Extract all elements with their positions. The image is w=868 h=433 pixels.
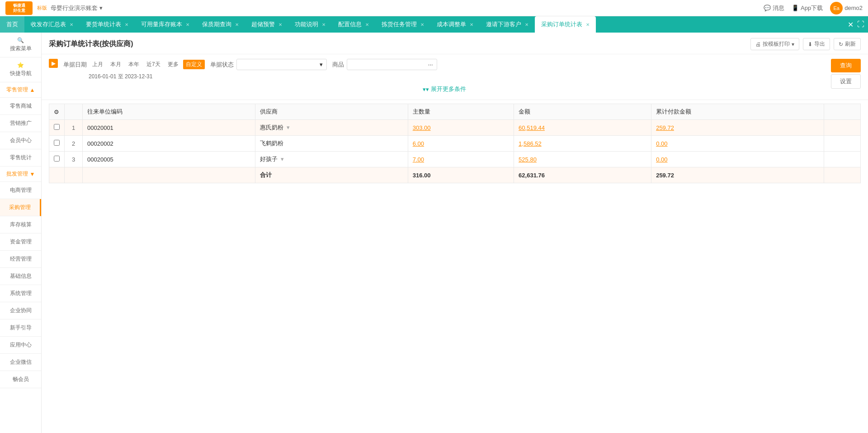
th-settings[interactable]: ⚙ [49, 104, 65, 120]
app-download-btn[interactable]: 📱 App下载 [792, 4, 823, 12]
sidebar-shortcut[interactable]: ⭐ 快捷导航 [0, 57, 41, 82]
sidebar-wholesale-mgmt[interactable]: 批发管理 ▼ [0, 167, 41, 182]
setting-btn[interactable]: 设置 [831, 74, 861, 89]
sidebar-search[interactable]: 🔍 搜索菜单 [0, 33, 41, 57]
user-avatar-btn[interactable]: Ea demo2 [830, 2, 863, 14]
tab-receive-send-close[interactable]: ✕ [70, 22, 73, 27]
sidebar-member-center[interactable]: 会员中心 [0, 132, 41, 149]
tab-picking-task-label: 拣货任务管理 [382, 20, 417, 29]
tab-available-stock[interactable]: 可用量库存账本 ✕ [135, 16, 196, 33]
sidebar-operations-mgmt[interactable]: 经营管理 [0, 251, 41, 268]
footer-main-qty: 316.00 [408, 167, 514, 183]
row2-checkbox-input[interactable] [54, 140, 60, 146]
tab-home[interactable]: 首页 [0, 16, 24, 33]
tab-config-info[interactable]: 配置信息 ✕ [332, 16, 375, 33]
tab-available-stock-close[interactable]: ✕ [186, 22, 189, 27]
row3-checkbox-input[interactable] [54, 156, 60, 162]
row2-checkbox[interactable] [49, 136, 65, 152]
row1-expand-icon[interactable]: ▾ [287, 124, 290, 131]
row1-checkbox[interactable] [49, 120, 65, 136]
tab-overstock-warning-close[interactable]: ✕ [278, 22, 282, 27]
shortcut-more[interactable]: 更多 [165, 60, 181, 69]
sidebar-enterprise-collab[interactable]: 企业协同 [0, 302, 41, 319]
tab-picking-task[interactable]: 拣货任务管理 ✕ [375, 16, 430, 33]
tab-expiry-query-close[interactable]: ✕ [235, 22, 239, 27]
shortcut-this-month[interactable]: 本月 [108, 60, 124, 69]
sidebar: 🔍 搜索菜单 ⭐ 快捷导航 零售管理 ▲ 零售商城 营销推广 会员中心 零售统计… [0, 33, 42, 433]
sidebar-marketing-label: 营销推广 [10, 119, 32, 127]
row3-main-qty: 7.00 [408, 152, 514, 167]
data-table: ⚙ 往来单位编码 供应商 主数量 金额 累计付款金额 [49, 104, 861, 183]
workspace-name: 母婴行业演示账套 [51, 4, 98, 12]
tab-maximize-btn[interactable]: ⛶ [857, 20, 864, 29]
refresh-btn[interactable]: ↻ 刷新 [834, 38, 861, 50]
sidebar-retail-store[interactable]: 零售商城 [0, 98, 41, 115]
main-content: 采购订单统计表(按供应商) 🖨 按模板打印 ▾ ⬇ 导出 ↻ 刷新 [42, 33, 868, 433]
tab-overstock-warning-label: 超储预警 [251, 20, 275, 29]
sidebar-ecommerce-mgmt[interactable]: 电商管理 [0, 182, 41, 199]
sidebar-app-center[interactable]: 应用中心 [0, 337, 41, 354]
row1-checkbox-input[interactable] [54, 124, 60, 130]
shortcut-this-year[interactable]: 本年 [126, 60, 142, 69]
sidebar-system-mgmt[interactable]: 系统管理 [0, 285, 41, 302]
tab-expiry-query[interactable]: 保质期查询 ✕ [196, 16, 245, 33]
shortcut-last-month[interactable]: 上月 [90, 60, 106, 69]
tab-purchase-stats[interactable]: 采购订单统计表 ✕ [535, 16, 596, 33]
expand-more-btn[interactable]: ▾▾ 展开更多条件 [63, 83, 826, 95]
sidebar-search-label: 搜索菜单 [10, 45, 32, 52]
sidebar-finance-mgmt[interactable]: 资金管理 [0, 233, 41, 251]
sidebar-member[interactable]: 畅会员 [0, 371, 41, 388]
sidebar-stock-check[interactable]: 库存核算 [0, 216, 41, 233]
page-title: 采购订单统计表(按供应商) [49, 39, 133, 49]
shortcut-custom[interactable]: 自定义 [183, 60, 205, 69]
sidebar-stock-check-label: 库存核算 [10, 221, 32, 228]
row3-seq: 3 [65, 152, 83, 167]
tab-home-label: 首页 [6, 20, 18, 29]
workspace-selector[interactable]: 母婴行业演示账套 ▾ [51, 4, 103, 12]
sidebar-purchase-mgmt[interactable]: 采购管理 [0, 199, 41, 216]
sidebar-enterprise-wechat[interactable]: 企业微信 [0, 354, 41, 371]
sidebar-retail-mgmt[interactable]: 零售管理 ▲ [0, 82, 41, 98]
tab-overstock-warning[interactable]: 超储预警 ✕ [245, 16, 288, 33]
row2-supplier-code: 00020002 [83, 136, 255, 152]
tab-picking-task-close[interactable]: ✕ [420, 22, 424, 27]
table-row: 1 00020001 惠氏奶粉 ▾ 303.00 60,519.44 259.7… [49, 120, 861, 136]
shortcut-7days[interactable]: 近7天 [144, 60, 163, 69]
query-btn[interactable]: 查询 [831, 59, 861, 72]
tab-invite-downstream-close[interactable]: ✕ [525, 22, 528, 27]
tab-goods-stats[interactable]: 要货单统计表 ✕ [80, 16, 135, 33]
sidebar-new-guide[interactable]: 新手引导 [0, 319, 41, 337]
tab-goods-stats-close[interactable]: ✕ [125, 22, 128, 27]
filter-toggle-btn[interactable]: ▶ [49, 59, 58, 68]
tab-cost-adjust-close[interactable]: ✕ [470, 22, 473, 27]
row3-supplier-name: 好孩子 ▾ [255, 152, 408, 167]
sidebar-shortcut-label: 快捷导航 [10, 70, 32, 77]
print-btn[interactable]: 🖨 按模板打印 ▾ [750, 38, 799, 50]
row3-empty [824, 152, 860, 167]
filter-goods-select[interactable]: ··· [347, 59, 437, 70]
tab-close-all-btn[interactable]: ✕ [848, 20, 854, 29]
tab-purchase-stats-close[interactable]: ✕ [586, 22, 590, 27]
footer-empty [824, 167, 860, 183]
message-btn[interactable]: 💬 消息 [764, 4, 784, 12]
tab-cost-adjust[interactable]: 成本调整单 ✕ [430, 16, 480, 33]
tab-function-desc-close[interactable]: ✕ [322, 22, 326, 27]
sidebar-marketing[interactable]: 营销推广 [0, 115, 41, 132]
row3-expand-icon[interactable]: ▾ [281, 156, 284, 162]
filter-status-arrow: ▾ [320, 61, 323, 68]
sidebar-basic-info[interactable]: 基础信息 [0, 268, 41, 285]
layout: 🔍 搜索菜单 ⭐ 快捷导航 零售管理 ▲ 零售商城 营销推广 会员中心 零售统计… [0, 33, 868, 433]
filter-status-select[interactable]: ▾ [236, 59, 327, 70]
export-btn[interactable]: ⬇ 导出 [803, 38, 830, 50]
sidebar-retail-stats[interactable]: 零售统计 [0, 149, 41, 167]
row2-empty [824, 136, 860, 152]
tab-receive-send[interactable]: 收发存汇总表 ✕ [24, 16, 80, 33]
tab-config-info-close[interactable]: ✕ [365, 22, 369, 27]
tab-function-desc[interactable]: 功能说明 ✕ [288, 16, 332, 33]
row3-checkbox[interactable] [49, 152, 65, 167]
footer-label-text: 合计 [255, 167, 408, 183]
tab-invite-downstream[interactable]: 邀请下游客户 ✕ [480, 16, 535, 33]
row1-seq: 1 [65, 120, 83, 136]
sidebar-member-center-label: 会员中心 [10, 137, 32, 144]
sidebar-system-mgmt-label: 系统管理 [10, 290, 32, 297]
